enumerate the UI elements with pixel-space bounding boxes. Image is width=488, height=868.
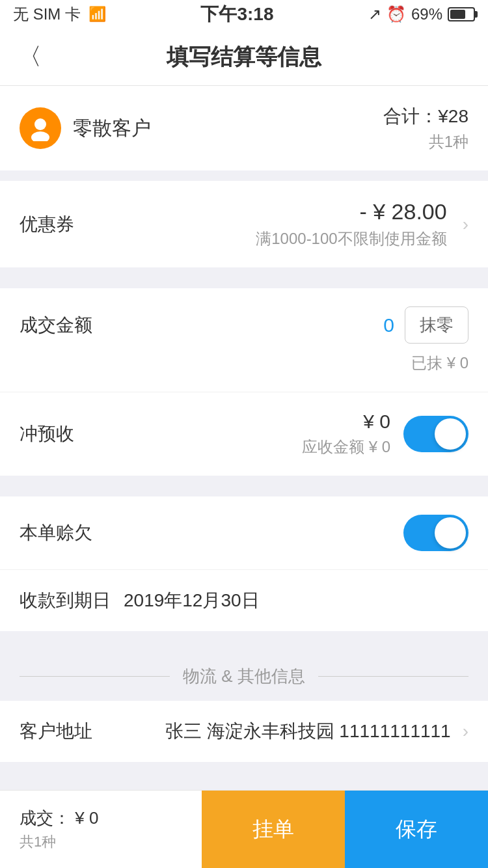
transaction-top: 成交金额 0 抹零 — [20, 306, 468, 344]
wifi-icon: 📶 — [88, 6, 106, 23]
status-right: ↗ ⏰ 69% — [368, 5, 475, 23]
coupon-label: 优惠券 — [20, 212, 98, 237]
battery-label: 69% — [411, 5, 442, 23]
save-button[interactable]: 保存 — [345, 791, 488, 869]
debt-label: 本单赊欠 — [20, 521, 98, 545]
prepay-amounts: ¥ 0 应收金额 ¥ 0 — [302, 411, 390, 457]
bottom-count: 共1种 — [20, 832, 182, 852]
logistics-line-left — [20, 676, 170, 677]
customer-name: 零散客户 — [73, 115, 151, 142]
prepay-toggle-knob — [435, 418, 466, 450]
svg-point-0 — [34, 118, 46, 130]
transaction-value: 0 — [383, 314, 394, 336]
customer-card: 零散客户 合计：¥28 共1种 — [0, 86, 488, 170]
due-date-label: 收款到期日 — [20, 588, 111, 613]
prepay-amount: ¥ 0 — [302, 411, 390, 433]
status-bar: 无 SIM 卡 📶 下午3:18 ↗ ⏰ 69% — [0, 0, 488, 29]
customer-left: 零散客户 — [20, 107, 151, 149]
address-value: 张三 海淀永丰科技园 11111111111 — [98, 719, 451, 744]
coupon-value-col: - ¥ 28.00 满1000-100不限制使用金额 — [256, 199, 446, 249]
logistics-line-right — [318, 676, 468, 677]
customer-right: 合计：¥28 共1种 — [383, 104, 468, 152]
pending-button[interactable]: 挂单 — [202, 791, 345, 869]
deducted-label: 已抹 ¥ 0 — [411, 353, 468, 373]
logistics-header: 物流 & 其他信息 — [0, 652, 488, 701]
total-count: 共1种 — [383, 131, 468, 152]
deal-label: 成交： — [20, 808, 70, 828]
transaction-card: 成交金额 0 抹零 已抹 ¥ 0 冲预收 ¥ 0 应收金额 ¥ 0 — [0, 288, 488, 476]
prepay-value-col: ¥ 0 应收金额 ¥ 0 — [302, 411, 468, 457]
bottom-bar: 成交： ¥ 0 共1种 挂单 保存 — [0, 790, 488, 868]
transaction-amount-row: 成交金额 0 抹零 已抹 ¥ 0 — [0, 288, 488, 392]
coupon-card[interactable]: 优惠券 - ¥ 28.00 满1000-100不限制使用金额 › — [0, 181, 488, 267]
debt-toggle-knob — [435, 517, 466, 549]
battery-icon — [448, 7, 475, 21]
battery-fill — [450, 10, 465, 19]
location-icon: ↗ — [368, 5, 381, 23]
transaction-bottom: 已抹 ¥ 0 — [20, 349, 468, 373]
section-separator-2 — [0, 486, 488, 496]
customer-avatar — [20, 107, 61, 149]
back-button[interactable]: 〈 — [18, 41, 42, 73]
coupon-row[interactable]: 优惠券 - ¥ 28.00 满1000-100不限制使用金额 › — [0, 181, 488, 267]
section-separator-1 — [0, 278, 488, 288]
bottom-info: 成交： ¥ 0 共1种 — [0, 807, 202, 852]
round-off-button[interactable]: 抹零 — [405, 306, 468, 344]
total-amount: 合计：¥28 — [383, 104, 468, 129]
address-row[interactable]: 客户地址 张三 海淀永丰科技园 11111111111 › — [0, 701, 488, 762]
logistics-title: 物流 & 其他信息 — [183, 665, 305, 688]
prepay-label: 冲预收 — [20, 422, 98, 446]
alarm-icon: ⏰ — [386, 5, 406, 23]
logistics-card: 物流 & 其他信息 客户地址 张三 海淀永丰科技园 11111111111 › — [0, 652, 488, 762]
customer-row: 零散客户 合计：¥28 共1种 — [0, 86, 488, 170]
nav-bar: 〈 填写结算等信息 — [0, 29, 488, 86]
address-chevron: › — [463, 721, 468, 742]
coupon-discount: - ¥ 28.00 — [256, 199, 446, 224]
address-label: 客户地址 — [20, 719, 98, 744]
debt-section: 本单赊欠 收款到期日 2019年12月30日 — [0, 496, 488, 631]
debt-row: 本单赊欠 — [0, 496, 488, 569]
due-date-row: 收款到期日 2019年12月30日 — [0, 569, 488, 631]
svg-point-1 — [31, 131, 49, 141]
debt-toggle[interactable] — [403, 515, 468, 551]
deal-amount: ¥ 0 — [75, 808, 98, 828]
transaction-right: 0 抹零 — [383, 306, 468, 344]
status-left: 无 SIM 卡 📶 — [13, 4, 106, 25]
coupon-chevron: › — [463, 214, 468, 235]
page-title: 填写结算等信息 — [167, 42, 321, 72]
prepay-row: 冲预收 ¥ 0 应收金额 ¥ 0 — [0, 392, 488, 476]
due-date-value: 2019年12月30日 — [124, 588, 260, 613]
prepay-receivable: 应收金额 ¥ 0 — [302, 437, 390, 457]
coupon-desc: 满1000-100不限制使用金额 — [256, 228, 446, 249]
status-time: 下午3:18 — [200, 2, 273, 27]
content-area: 零散客户 合计：¥28 共1种 优惠券 - ¥ 28.00 满1000-100不… — [0, 86, 488, 868]
bottom-deal-amount: 成交： ¥ 0 — [20, 807, 182, 830]
transaction-label: 成交金额 — [20, 313, 98, 338]
carrier-label: 无 SIM 卡 — [13, 4, 81, 25]
avatar-icon — [27, 115, 53, 141]
section-separator-3 — [0, 642, 488, 652]
prepay-toggle[interactable] — [403, 416, 468, 452]
coupon-right: - ¥ 28.00 满1000-100不限制使用金额 › — [256, 199, 468, 249]
